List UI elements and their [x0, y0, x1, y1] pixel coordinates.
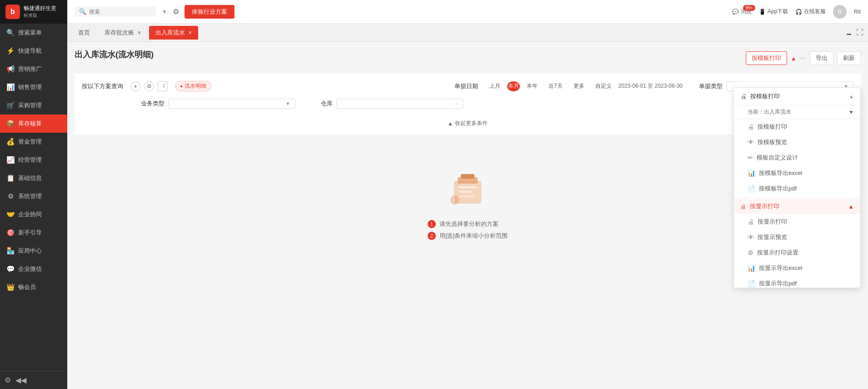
dropdown-item-template-pdf[interactable]: 📄 按模板导出pdf [734, 181, 860, 196]
toolbar: 按模板打印 ▲ ··· 导出 刷新 [746, 51, 861, 65]
dropdown-item-template-preview[interactable]: 👁 按模板预览 [734, 135, 860, 150]
sidebar-label-marketing: 营销推广 [18, 65, 42, 73]
tab-flow[interactable]: 出入库流水 × [149, 26, 198, 40]
dropdown-item-display-excel[interactable]: 📊 按显示导出excel [734, 260, 860, 276]
sidebar-item-purchase[interactable]: 🛒采购管理 [0, 96, 67, 115]
trial-btn[interactable]: 体验行业方案 [185, 5, 234, 19]
display-section-icon: 🖨 [740, 203, 746, 210]
sidebar-item-search[interactable]: 🔍搜索菜单 [0, 24, 67, 42]
date-btn-custom[interactable]: 自定义 [591, 81, 616, 91]
batch-tab-close-icon[interactable]: × [138, 30, 141, 36]
display-preview-label: 按显示预览 [758, 233, 787, 241]
sidebar-item-member[interactable]: 👑畅会员 [0, 278, 67, 296]
dropdown-item-display-settings[interactable]: ⚙ 按显示打印设置 [734, 245, 860, 260]
sidebar-item-finance[interactable]: 💰资金管理 [0, 133, 67, 151]
tab-batch[interactable]: 库存批次账 × [98, 26, 147, 40]
display-section-chevron[interactable]: ▲ [848, 203, 854, 210]
tab-maximize-icon[interactable]: ⛶ [856, 29, 863, 37]
filter-collapse-btn[interactable]: 《 [158, 81, 168, 91]
message-btn[interactable]: 💬 消息 99+ [732, 8, 752, 15]
export-btn[interactable]: 导出 [810, 51, 833, 65]
topbar-gear-icon[interactable]: ⚙ [173, 7, 179, 16]
dropdown-item-display-preview[interactable]: 👁 按显示预览 [734, 229, 860, 245]
sidebar-item-system[interactable]: ⚙系统管理 [0, 187, 67, 205]
search-chevron-icon[interactable]: ▼ [162, 9, 167, 15]
svg-text:!: ! [453, 197, 454, 204]
avatar-initial: R [838, 9, 842, 15]
template-print-dropdown: 🖨 按模板打印 ▲ 当前：出入库流水 ▼ 🖨 按模板打印 👁 按模板预览 [733, 87, 861, 288]
warehouse-select[interactable]: ··· [336, 99, 464, 109]
filter-settings-btn[interactable]: ⚙ [144, 81, 154, 91]
topbar-search-box[interactable]: 🔍 [75, 6, 156, 17]
sidebar-item-appstore[interactable]: 🏪应用中心 [0, 242, 67, 260]
tab-home[interactable]: 首页 [72, 26, 96, 40]
sidebar-item-basic[interactable]: 📋基础信息 [0, 169, 67, 187]
search-input[interactable] [89, 9, 152, 15]
flow-tab-label: 出入库流水 [155, 29, 185, 37]
template-custom-item-label: 模板自定义设计 [757, 154, 798, 162]
refresh-btn[interactable]: 刷新 [837, 51, 861, 65]
sidebar-label-finance: 资金管理 [18, 138, 42, 146]
filter-add-btn[interactable]: + [130, 81, 140, 91]
date-range-display: 2023-06-01 至 2023-06-30 [619, 82, 683, 90]
dropdown-item-template-excel[interactable]: 📊 按模板导出excel [734, 165, 860, 181]
biz-type-select[interactable]: ▼ [168, 99, 295, 109]
sidebar-label-sales: 销售管理 [18, 83, 42, 91]
filter-tag-icon: ● [180, 84, 183, 89]
sidebar-item-shortcut[interactable]: ⚡快捷导航 [0, 42, 67, 60]
display-excel-label: 按显示导出excel [759, 264, 802, 272]
tab-minimize-icon[interactable]: 🗕 [845, 29, 853, 37]
date-btn-7days[interactable]: 近7天 [544, 81, 567, 91]
sidebar-icon-search: 🔍 [6, 29, 15, 37]
sidebar-bottom: ⚙ ◀◀ [0, 371, 67, 389]
dropdown-display-section[interactable]: 🖨 按显示打印 ▲ [734, 199, 860, 214]
sidebar-item-operation[interactable]: 📈经营管理 [0, 151, 67, 169]
empty-steps: 1 请先选择要分析的方案 2 用[选]条件来缩小分析范围 [428, 220, 508, 240]
sidebar-item-wechat[interactable]: 💬企业微信 [0, 260, 67, 278]
sidebar-item-cooperation[interactable]: 🤝企业协同 [0, 205, 67, 224]
batch-tab-label: 库存批次账 [105, 29, 134, 37]
type-label: 单据类型 [699, 82, 723, 90]
headset-icon: 🎧 [795, 9, 802, 15]
toolbar-more-icon[interactable]: ··· [800, 54, 806, 62]
tabbar-right-actions: 🗕 ⛶ [845, 29, 863, 37]
date-btn-this-year[interactable]: 本年 [523, 81, 542, 91]
settings-icon[interactable]: ⚙ [5, 376, 11, 384]
dropdown-header-chevron[interactable]: ▲ [849, 94, 854, 99]
dropdown-divider [734, 197, 860, 198]
sidebar-icon-appstore: 🏪 [6, 247, 15, 255]
dropdown-item-display-pdf[interactable]: 📄 按显示导出pdf [734, 276, 860, 288]
filter-tag-label: 流水明细 [185, 82, 206, 90]
dropdown-item-display-print[interactable]: 🖨 按显示打印 [734, 214, 860, 229]
username-label: Rit [854, 9, 861, 15]
dropdown-item-template-custom[interactable]: ✏ 模板自定义设计 [734, 150, 860, 165]
template-print-btn[interactable]: 按模板打印 [746, 51, 787, 65]
template-custom-item-icon: ✏ [748, 154, 753, 161]
toolbar-chevron-up-icon[interactable]: ▲ [791, 55, 797, 62]
biz-type-arrow-icon: ▼ [285, 101, 290, 106]
app-download-btn[interactable]: 📱 App下载 [759, 8, 788, 15]
collapse-sidebar-icon[interactable]: ◀◀ [15, 376, 26, 384]
template-pdf-item-label: 按模板导出pdf [759, 185, 797, 193]
flow-tab-close-icon[interactable]: × [189, 30, 192, 36]
sidebar-label-cooperation: 企业协同 [18, 210, 42, 219]
date-btn-this-month[interactable]: 本月 [507, 81, 520, 91]
current-template-arrow: ▼ [848, 109, 854, 115]
sidebar-item-inventory[interactable]: 📦库存核算 [0, 115, 67, 133]
sidebar-item-sales[interactable]: 📊销售管理 [0, 78, 67, 96]
dropdown-item-template-print[interactable]: 🖨 按模板打印 [734, 119, 860, 135]
svg-rect-4 [459, 191, 472, 193]
sidebar-item-marketing[interactable]: 📢营销推广 [0, 60, 67, 78]
warehouse-more-icon[interactable]: ··· [454, 101, 459, 106]
sidebar-icon-shortcut: ⚡ [6, 47, 15, 55]
date-btn-last-month[interactable]: 上月 [485, 81, 504, 91]
app-subtitle: 标准版 [24, 12, 56, 19]
sidebar-icon-wechat: 💬 [6, 265, 15, 273]
avatar[interactable]: R [833, 5, 847, 19]
online-service-btn[interactable]: 🎧 在线客服 [795, 8, 826, 15]
sidebar-item-guide[interactable]: 🎯新手引导 [0, 224, 67, 242]
dropdown-scroll-area: 🖨 按模板打印 ▲ 当前：出入库流水 ▼ 🖨 按模板打印 👁 按模板预览 [734, 88, 860, 288]
sidebar-label-wechat: 企业微信 [18, 265, 42, 273]
date-btn-more[interactable]: 更多 [569, 81, 589, 91]
sidebar-icon-cooperation: 🤝 [6, 210, 15, 219]
